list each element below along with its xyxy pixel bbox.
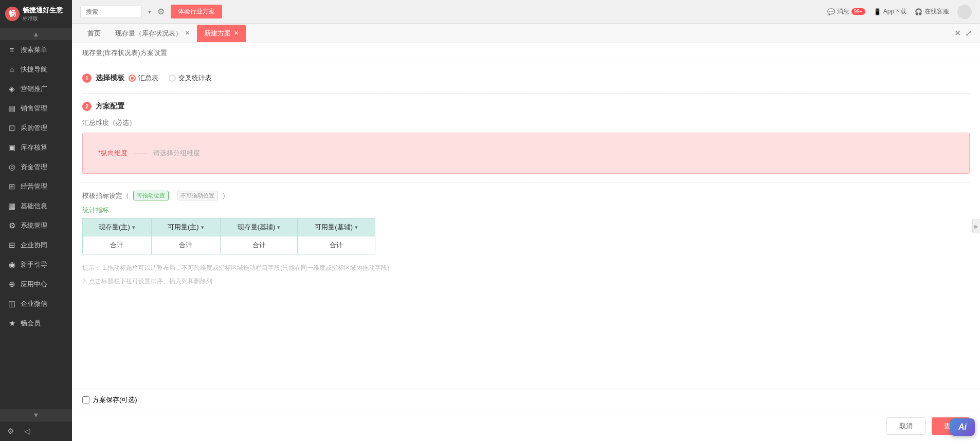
sidebar-item-system[interactable]: ⚙ 系统管理	[0, 216, 72, 235]
topbar: ▾ ⚙ 体验行业方案 💬 消息 99+ 📱 App下载 🎧 在线客服	[72, 0, 980, 24]
radio-cross-circle	[169, 75, 176, 82]
logo-text: 畅捷通好生意 标准版	[23, 6, 63, 22]
stats-col-header-1[interactable]: 现存量(主) ▾	[83, 218, 152, 236]
save-label: 方案保存(可选)	[93, 395, 137, 405]
tab-new-plan-close-icon[interactable]: ✕	[234, 30, 239, 36]
sidebar-item-sales[interactable]: ▤ 销售管理	[0, 99, 72, 118]
dimension-dash: ——	[134, 150, 147, 157]
sidebar-item-enterprise-wx[interactable]: ◫ 企业微信	[0, 294, 72, 314]
save-row: 方案保存(可选)	[72, 389, 980, 411]
page-breadcrumb: 现存量(库存状况表)方案设置	[72, 43, 980, 63]
message-count-badge: 99+	[851, 8, 865, 15]
save-checkbox[interactable]	[82, 396, 89, 403]
window-close-button[interactable]: ✕	[954, 28, 961, 38]
cart-icon: ⊡	[7, 123, 16, 133]
template-radio-group: 汇总表 交叉统计表	[129, 74, 212, 83]
sidebar-item-member[interactable]: ★ 畅会员	[0, 314, 72, 333]
sidebar-item-app-center[interactable]: ⊕ 应用中心	[0, 274, 72, 294]
section1-num: 1	[82, 74, 92, 83]
topbar-settings-icon[interactable]: ⚙	[157, 7, 165, 16]
main-area: ▾ ⚙ 体验行业方案 💬 消息 99+ 📱 App下载 🎧 在线客服 首页	[72, 0, 980, 441]
topbar-search-input[interactable]	[80, 6, 142, 18]
stats-cell-2: 合计	[151, 236, 220, 254]
message-icon: 💬	[827, 8, 835, 15]
sidebar-item-operations[interactable]: ⊞ 经营管理	[0, 177, 72, 196]
stats-cell-3: 合计	[220, 236, 298, 254]
wechat-icon: ◫	[7, 299, 16, 308]
bottom-bar: 取消 查询	[72, 411, 980, 441]
stats-table-header-row: 现存量(主) ▾ 可用量(主) ▾	[83, 218, 375, 236]
logo-icon: 畅	[5, 7, 20, 21]
tab-inventory-status[interactable]: 现存量（库存状况表） ✕	[108, 25, 197, 42]
ai-badge[interactable]: Ai	[950, 418, 975, 436]
guide-icon: ◉	[7, 260, 16, 269]
tab-new-plan[interactable]: 新建方案 ✕	[197, 25, 246, 42]
home-icon: ⌂	[7, 65, 16, 74]
right-collapse-handle[interactable]: ▶	[972, 218, 980, 233]
app-download-item[interactable]: 📱 App下载	[874, 7, 906, 16]
no-drag-badge: 不可拖动位置	[177, 191, 218, 200]
sidebar-item-purchase[interactable]: ⊡ 采购管理	[0, 118, 72, 138]
cancel-button[interactable]: 取消	[886, 417, 925, 435]
sidebar: 畅 畅捷通好生意 标准版 ▲ ≡ 搜索菜单 ⌂ 快捷导航 ◈ 营销推广 ▤ 销售…	[0, 0, 72, 441]
tabbar: 首页 现存量（库存状况表） ✕ 新建方案 ✕ ✕ ⤢	[72, 24, 980, 43]
col2-chevron-icon: ▾	[201, 224, 204, 231]
window-expand-button[interactable]: ⤢	[965, 28, 972, 38]
message-label: 消息	[837, 7, 849, 16]
metrics-setting-label: 模板指标设定（ 可拖动位置 不可拖动位置 ）	[82, 191, 970, 200]
phone-icon: 📱	[874, 8, 881, 15]
gift-icon: ◈	[7, 84, 16, 94]
sidebar-item-quick-nav[interactable]: ⌂ 快捷导航	[0, 60, 72, 79]
topbar-right: 💬 消息 99+ 📱 App下载 🎧 在线客服	[827, 5, 972, 19]
section2-header: 2 方案配置	[82, 102, 970, 111]
sidebar-item-search-menu[interactable]: ≡ 搜索菜单	[0, 40, 72, 60]
dimension-placeholder: 请选择分组维度	[153, 149, 200, 158]
sidebar-item-guide[interactable]: ◉ 新手引导	[0, 255, 72, 274]
online-service-item[interactable]: 🎧 在线客服	[915, 7, 949, 16]
sidebar-item-finance[interactable]: ◎ 资金管理	[0, 157, 72, 177]
user-avatar[interactable]	[957, 5, 972, 19]
section-divider-1	[82, 93, 970, 94]
drag-badge: 可拖动位置	[133, 191, 169, 200]
sound-icon[interactable]: ◁	[24, 427, 30, 436]
col1-chevron-icon: ▾	[132, 224, 135, 231]
app-icon: ⊕	[7, 280, 16, 289]
radio-cross[interactable]: 交叉统计表	[169, 74, 212, 83]
section-divider-2	[82, 182, 970, 182]
stats-col-header-3[interactable]: 现存量(基辅) ▾	[220, 218, 298, 236]
sidebar-item-inventory[interactable]: ▣ 库存核算	[0, 138, 72, 157]
search-menu-icon: ≡	[7, 45, 16, 54]
system-icon: ⚙	[7, 221, 16, 230]
settings-icon[interactable]: ⚙	[7, 427, 14, 436]
stats-title: 统计指标	[82, 206, 970, 215]
sidebar-scroll-up[interactable]: ▲	[0, 28, 72, 40]
sidebar-item-cooperation[interactable]: ⊟ 企业协同	[0, 235, 72, 255]
sidebar-scroll-down[interactable]: ▼	[0, 409, 72, 421]
dimension-box[interactable]: *纵向维度 —— 请选择分组维度	[82, 133, 970, 174]
star-icon: ★	[7, 319, 16, 328]
sidebar-item-marketing[interactable]: ◈ 营销推广	[0, 79, 72, 99]
section-choose-template: 1 选择模板 汇总表 交叉统计表	[82, 74, 970, 83]
box-icon: ▣	[7, 143, 16, 152]
page-content: 1 选择模板 汇总表 交叉统计表 2 方案配置	[72, 63, 980, 389]
stats-cell-4: 合计	[298, 236, 375, 254]
stats-cell-1: 合计	[83, 236, 152, 254]
cooperation-icon: ⊟	[7, 241, 16, 250]
topbar-dropdown-arrow[interactable]: ▾	[148, 8, 151, 15]
stats-table: 现存量(主) ▾ 可用量(主) ▾	[82, 218, 375, 254]
section1-title: 选择模板	[96, 74, 124, 83]
sidebar-bottom: ⚙ ◁	[0, 421, 72, 441]
tab-home[interactable]: 首页	[80, 25, 108, 42]
chart-icon: ▤	[7, 104, 16, 113]
tips-section: 提示： 1.拖动标题栏可以调整布局，不可跨维度或指标区域拖动栏目字段(只能在同一…	[82, 263, 970, 287]
stats-col-header-4[interactable]: 可用量(基辅) ▾	[298, 218, 375, 236]
stats-col-header-2[interactable]: 可用量(主) ▾	[151, 218, 220, 236]
section2-num: 2	[82, 102, 92, 111]
radio-summary[interactable]: 汇总表	[129, 74, 158, 83]
industry-plan-button[interactable]: 体验行业方案	[171, 5, 222, 19]
section1-header: 1 选择模板 汇总表 交叉统计表	[82, 74, 970, 83]
message-badge-item[interactable]: 💬 消息 99+	[827, 7, 865, 16]
sidebar-item-basic-info[interactable]: ▦ 基础信息	[0, 196, 72, 216]
info-icon: ▦	[7, 201, 16, 211]
tab-inventory-close-icon[interactable]: ✕	[185, 30, 190, 36]
